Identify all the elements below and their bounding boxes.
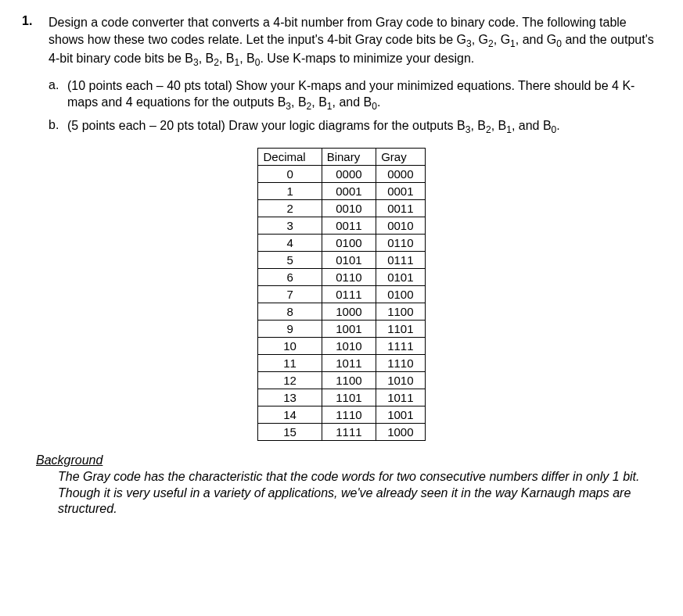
table-cell: 0101 (322, 251, 376, 268)
table-cell: 2 (258, 199, 322, 217)
subpart-a-letter: a. (49, 78, 67, 92)
q-part-8: . Use K-maps to minimize your design. (260, 52, 474, 65)
table-row: 1311011011 (258, 389, 425, 406)
q-part-3: , and G (516, 33, 556, 46)
table-row: 701110100 (258, 285, 425, 303)
table-cell: 1010 (376, 371, 425, 389)
b-end: . (556, 119, 559, 132)
question-text: Design a code converter that converts a … (49, 14, 661, 69)
a-s0: 3 (286, 101, 291, 112)
question-number: 1. (22, 14, 49, 28)
table-cell: 1000 (322, 303, 376, 320)
th-gray: Gray (376, 148, 425, 165)
table-row: 910011101 (258, 320, 425, 337)
table-row: 1211001010 (258, 371, 425, 389)
table-cell: 15 (258, 423, 322, 440)
subpart-b-letter: b. (49, 118, 67, 132)
table-cell: 0111 (376, 251, 425, 268)
subpart-list: a. (10 points each – 40 pts total) Show … (49, 78, 661, 136)
table-cell: 0101 (376, 268, 425, 285)
q-sub-0: 3 (466, 38, 472, 49)
a-m3: , and B (332, 95, 372, 109)
table-cell: 0001 (322, 182, 376, 199)
table-cell: 11 (258, 354, 322, 371)
table-cell: 0 (258, 165, 322, 182)
table-cell: 0110 (322, 268, 376, 285)
table-cell: 0010 (322, 199, 376, 217)
table-row: 810001100 (258, 303, 425, 320)
table-row: 300110010 (258, 217, 425, 234)
table-row: 1010101111 (258, 337, 425, 354)
table-row: 401000110 (258, 234, 425, 251)
b-s1: 2 (486, 124, 491, 135)
background-section: Background The Gray code has the charact… (36, 453, 647, 518)
question-block: 1. Design a code converter that converts… (22, 14, 661, 69)
table-cell: 6 (258, 268, 322, 285)
q-sub-1: 2 (488, 38, 494, 49)
table-cell: 0001 (376, 182, 425, 199)
table-cell: 0011 (376, 199, 425, 217)
table-cell: 1101 (322, 389, 376, 406)
q-sub-4: 3 (193, 57, 199, 68)
table-cell: 1111 (376, 337, 425, 354)
table-cell: 1100 (376, 303, 425, 320)
table-cell: 3 (258, 217, 322, 234)
table-cell: 7 (258, 285, 322, 303)
b-m1: , B (470, 119, 486, 132)
table-cell: 8 (258, 303, 322, 320)
a-m1: , B (291, 95, 307, 109)
table-row: 100010001 (258, 182, 425, 199)
background-text: The Gray code has the characteristic tha… (58, 469, 647, 518)
table-cell: 14 (258, 406, 322, 423)
th-decimal: Decimal (258, 148, 322, 165)
table-cell: 1011 (376, 389, 425, 406)
table-cell: 5 (258, 251, 322, 268)
table-cell: 0110 (376, 234, 425, 251)
q-part-1: , G (472, 33, 488, 46)
table-cell: 0000 (322, 165, 376, 182)
table-cell: 1 (258, 182, 322, 199)
table-cell: 0100 (376, 285, 425, 303)
table-cell: 1000 (376, 423, 425, 440)
q-part-2: , G (494, 33, 510, 46)
q-part-6: , B (219, 52, 235, 65)
table-row: 1411101001 (258, 406, 425, 423)
code-table: Decimal Binary Gray 00000000010001000120… (257, 148, 425, 441)
table-cell: 1111 (322, 423, 376, 440)
a-m2: , B (311, 95, 327, 109)
table-cell: 12 (258, 371, 322, 389)
b-s2: 1 (506, 124, 512, 135)
a-end: . (377, 95, 380, 109)
q-sub-5: 2 (214, 57, 219, 68)
subpart-a: a. (10 points each – 40 pts total) Show … (49, 78, 661, 113)
table-cell: 0011 (322, 217, 376, 234)
table-cell: 0000 (376, 165, 425, 182)
table-cell: 1001 (322, 320, 376, 337)
table-cell: 0100 (322, 234, 376, 251)
subpart-b-text: (5 points each – 20 pts total) Draw your… (67, 118, 661, 137)
subpart-a-text: (10 points each – 40 pts total) Show you… (67, 78, 661, 113)
table-cell: 9 (258, 320, 322, 337)
table-cell: 13 (258, 389, 322, 406)
background-title: Background (36, 453, 647, 467)
table-row: 501010111 (258, 251, 425, 268)
table-row: 200100011 (258, 199, 425, 217)
table-cell: 1001 (376, 406, 425, 423)
table-cell: 1110 (322, 406, 376, 423)
b-pre: (5 points each – 20 pts total) Draw your… (67, 119, 466, 132)
table-head: Decimal Binary Gray (258, 148, 425, 165)
table-cell: 0010 (376, 217, 425, 234)
table-row: 000000000 (258, 165, 425, 182)
table-cell: 1011 (322, 354, 376, 371)
table-body: 0000000001000100012001000113001100104010… (258, 165, 425, 440)
table-row: 1110111110 (258, 354, 425, 371)
table-cell: 0111 (322, 285, 376, 303)
table-cell: 1101 (376, 320, 425, 337)
b-m3: , and B (512, 119, 552, 132)
table-cell: 1100 (322, 371, 376, 389)
q-part-7: , B (239, 52, 255, 65)
subpart-b: b. (5 points each – 20 pts total) Draw y… (49, 118, 661, 137)
table-row: 601100101 (258, 268, 425, 285)
q-sub-3: 0 (556, 38, 562, 49)
q-sub-2: 1 (510, 38, 516, 49)
